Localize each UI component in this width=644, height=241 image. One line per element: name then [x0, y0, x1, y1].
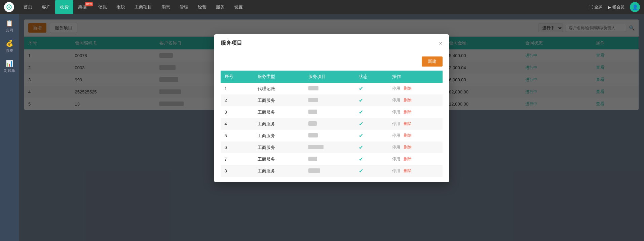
- modal-cell-seq: 5: [221, 130, 254, 142]
- modal-cell-seq: 4: [221, 118, 254, 130]
- list-item: 7 工商服务 ✔ 停用 删除: [221, 153, 443, 165]
- nav-tax[interactable]: 报税: [112, 0, 130, 14]
- modal-cell-status: ✔: [355, 165, 388, 177]
- delete-button[interactable]: 删除: [404, 121, 412, 127]
- nav-manage[interactable]: 管理: [175, 0, 193, 14]
- modal-cell-action: 停用 删除: [388, 94, 443, 106]
- stop-button[interactable]: 停用: [392, 97, 400, 103]
- sidebar-item-contract[interactable]: 📋 合同: [1, 17, 18, 36]
- modal-cell-type: 工商服务: [254, 106, 304, 118]
- nav-business[interactable]: 工商项目: [130, 0, 157, 14]
- nav-customer[interactable]: 客户: [37, 0, 55, 14]
- status-check-icon: ✔: [359, 133, 363, 138]
- top-navigation: 首页 客户 收费 票据 new 记账 报税 工商项目 消息 管理 经营 服务 设…: [0, 0, 644, 14]
- nav-bookkeeping[interactable]: 记账: [93, 0, 112, 14]
- modal-cell-action: 停用 删除: [388, 83, 443, 94]
- stop-button[interactable]: 停用: [392, 109, 400, 115]
- modal-cell-action: 停用 删除: [388, 153, 443, 165]
- modal-cell-action: 停用 删除: [388, 142, 443, 153]
- sidebar-item-fee[interactable]: 💰 收费: [1, 37, 18, 56]
- modal-cell-type: 工商服务: [254, 130, 304, 142]
- status-check-icon: ✔: [359, 109, 363, 115]
- modal-cell-type: 工商服务: [254, 94, 304, 106]
- delete-button[interactable]: 删除: [404, 156, 412, 162]
- sidebar-item-statement[interactable]: 📊 对账单: [1, 57, 18, 76]
- modal-header-row: 序号 服务类型 服务项目 状态 操作: [221, 71, 443, 83]
- status-check-icon: ✔: [359, 168, 363, 174]
- stop-button[interactable]: 停用: [392, 168, 400, 174]
- delete-button[interactable]: 删除: [404, 109, 412, 115]
- modal-cell-item: [304, 106, 355, 118]
- nav-invoice[interactable]: 票据 new: [73, 0, 93, 14]
- nav-settings[interactable]: 设置: [229, 0, 248, 14]
- list-item: 2 工商服务 ✔ 停用 删除: [221, 94, 443, 106]
- modal-cell-type: 工商服务: [254, 142, 304, 153]
- modal-cell-status: ✔: [355, 142, 388, 153]
- modal-cell-item: [304, 142, 355, 153]
- nav-operation[interactable]: 经营: [193, 0, 211, 14]
- delete-button[interactable]: 删除: [404, 133, 412, 138]
- modal-col-status: 状态: [355, 71, 388, 83]
- modal-cell-type: 代理记账: [254, 83, 304, 94]
- modal-cell-item: [304, 118, 355, 130]
- modal-cell-type: 工商服务: [254, 118, 304, 130]
- modal-cell-action: 停用 删除: [388, 165, 443, 177]
- modal-title: 服务项目: [221, 40, 242, 47]
- modal-col-type: 服务类型: [254, 71, 304, 83]
- main-content-area: 新增 服务项目 进行中 已完成 已停止 🔍 序号 合同编码 ⇅: [19, 14, 644, 241]
- modal-overlay: 服务项目 × 新建 序号 服务类型 服务项目: [19, 14, 644, 241]
- delete-button[interactable]: 删除: [404, 145, 412, 150]
- modal-cell-seq: 7: [221, 153, 254, 165]
- modal-close-button[interactable]: ×: [439, 40, 443, 46]
- statement-icon: 📊: [6, 60, 13, 67]
- list-item: 4 工商服务 ✔ 停用 删除: [221, 118, 443, 130]
- modal-cell-action: 停用 删除: [388, 118, 443, 130]
- fullscreen-button[interactable]: ⛶ 全屏: [589, 4, 602, 10]
- main-layout: 📋 合同 💰 收费 📊 对账单 新增 服务项目 进行中 已完成 已停止: [0, 14, 644, 241]
- stop-button[interactable]: 停用: [392, 121, 400, 127]
- modal-cell-seq: 8: [221, 165, 254, 177]
- nav-right-section: ⛶ 全屏 ▶ 畅会员 👤: [589, 2, 640, 12]
- fee-icon: 💰: [6, 40, 13, 47]
- list-item: 1 代理记账 ✔ 停用 删除: [221, 83, 443, 94]
- modal-cell-item: [304, 83, 355, 94]
- app-logo: [4, 2, 14, 12]
- list-item: 8 工商服务 ✔ 停用 删除: [221, 165, 443, 177]
- modal-cell-item: [304, 94, 355, 106]
- new-badge: new: [85, 2, 93, 6]
- new-service-item-button[interactable]: 新建: [422, 56, 443, 67]
- stop-button[interactable]: 停用: [392, 133, 400, 138]
- nav-home[interactable]: 首页: [19, 0, 37, 14]
- nav-message[interactable]: 消息: [157, 0, 175, 14]
- contract-icon: 📋: [6, 19, 13, 27]
- delete-button[interactable]: 删除: [404, 97, 412, 103]
- status-check-icon: ✔: [359, 86, 363, 91]
- modal-cell-item: [304, 165, 355, 177]
- modal-cell-status: ✔: [355, 106, 388, 118]
- stop-button[interactable]: 停用: [392, 156, 400, 162]
- delete-button[interactable]: 删除: [404, 168, 412, 174]
- nav-menu: 首页 客户 收费 票据 new 记账 报税 工商项目 消息 管理 经营 服务 设…: [19, 0, 589, 14]
- modal-body: 新建 序号 服务类型 服务项目 状态 操作: [214, 51, 449, 182]
- modal-col-seq: 序号: [221, 71, 254, 83]
- modal-cell-item: [304, 130, 355, 142]
- modal-cell-status: ✔: [355, 118, 388, 130]
- nav-fee[interactable]: 收费: [55, 0, 73, 14]
- status-check-icon: ✔: [359, 97, 363, 103]
- user-avatar[interactable]: 👤: [630, 2, 640, 12]
- nav-service[interactable]: 服务: [211, 0, 229, 14]
- modal-cell-seq: 3: [221, 106, 254, 118]
- modal-cell-status: ✔: [355, 83, 388, 94]
- stop-button[interactable]: 停用: [392, 145, 400, 150]
- list-item: 3 工商服务 ✔ 停用 删除: [221, 106, 443, 118]
- vip-button[interactable]: ▶ 畅会员: [608, 4, 624, 10]
- stop-button[interactable]: 停用: [392, 86, 400, 91]
- modal-cell-type: 工商服务: [254, 153, 304, 165]
- modal-cell-item: [304, 153, 355, 165]
- delete-button[interactable]: 删除: [404, 86, 412, 91]
- modal-toolbar: 新建: [221, 56, 443, 67]
- modal-col-action: 操作: [388, 71, 443, 83]
- service-item-table: 序号 服务类型 服务项目 状态 操作 1 代理记账: [221, 71, 443, 177]
- modal-cell-status: ✔: [355, 94, 388, 106]
- modal-cell-status: ✔: [355, 130, 388, 142]
